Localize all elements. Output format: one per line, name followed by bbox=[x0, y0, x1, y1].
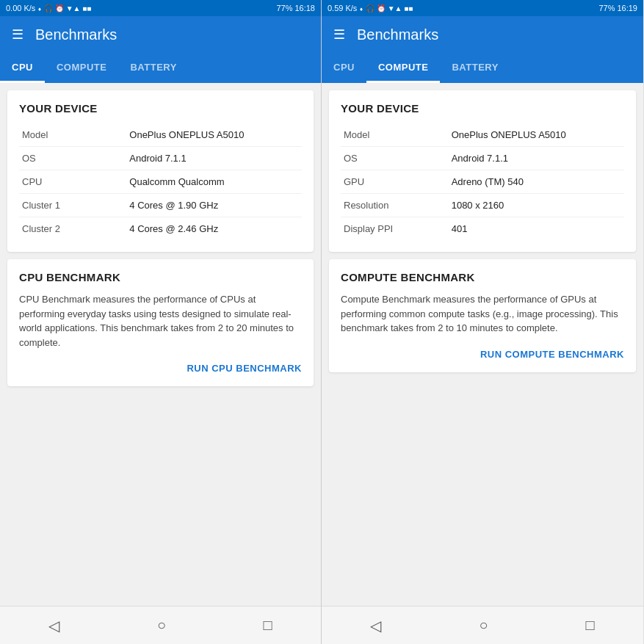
row-value: 4 Cores @ 1.90 GHz bbox=[126, 194, 302, 217]
row-value: 1080 x 2160 bbox=[449, 194, 624, 217]
table-row: Resolution 1080 x 2160 bbox=[341, 194, 624, 217]
tabs-bar: CPUCOMPUTEBATTERY bbox=[322, 53, 643, 83]
row-value: OnePlus ONEPLUS A5010 bbox=[449, 123, 624, 147]
content-area: YOUR DEVICE Model OnePlus ONEPLUS A5010 … bbox=[0, 83, 321, 606]
row-value: Android 7.1.1 bbox=[126, 147, 302, 170]
bottom-nav: ◁○□ bbox=[322, 606, 643, 644]
benchmark-description: CPU Benchmark measures the performance o… bbox=[19, 292, 302, 350]
row-key: GPU bbox=[341, 170, 449, 194]
tabs-bar: CPUCOMPUTEBATTERY bbox=[0, 53, 321, 83]
row-key: Cluster 1 bbox=[19, 194, 126, 217]
device-card-title: YOUR DEVICE bbox=[341, 102, 624, 115]
app-bar-title: Benchmarks bbox=[35, 26, 117, 43]
screens-wrapper: 0.00 K/s ⬧ 🎧 ⏰ ▼▲ ■■ 77% 16:18 ☰ Benchma… bbox=[0, 0, 644, 644]
row-key: Cluster 2 bbox=[19, 217, 126, 241]
status-bar-right: 77% 16:18 bbox=[276, 4, 315, 12]
status-bar-left: 0.59 K/s ⬧ 🎧 ⏰ ▼▲ ■■ bbox=[328, 4, 413, 12]
nav-btn-2[interactable]: □ bbox=[249, 611, 287, 640]
tab-battery[interactable]: BATTERY bbox=[118, 53, 188, 82]
benchmark-card-title: COMPUTE BENCHMARK bbox=[341, 271, 624, 283]
row-key: Resolution bbox=[341, 194, 449, 217]
nav-btn-2[interactable]: □ bbox=[571, 611, 609, 640]
benchmark-description: Compute Benchmark measures the performan… bbox=[341, 292, 624, 336]
table-row: Cluster 1 4 Cores @ 1.90 GHz bbox=[19, 194, 302, 217]
row-value: 4 Cores @ 2.46 GHz bbox=[126, 217, 302, 241]
row-value: Adreno (TM) 540 bbox=[449, 170, 624, 194]
table-row: CPU Qualcomm Qualcomm bbox=[19, 170, 302, 194]
benchmark-card-title: CPU BENCHMARK bbox=[19, 271, 302, 283]
network-speed: 0.00 K/s bbox=[6, 4, 35, 12]
battery-time: 77% 16:19 bbox=[598, 4, 637, 12]
device-table: Model OnePlus ONEPLUS A5010 OS Android 7… bbox=[19, 123, 302, 240]
tab-battery[interactable]: BATTERY bbox=[440, 53, 510, 82]
table-row: GPU Adreno (TM) 540 bbox=[341, 170, 624, 194]
status-bar: 0.00 K/s ⬧ 🎧 ⏰ ▼▲ ■■ 77% 16:18 bbox=[0, 0, 321, 16]
tab-cpu[interactable]: CPU bbox=[0, 53, 45, 82]
hamburger-menu[interactable]: ☰ bbox=[333, 26, 345, 43]
row-key: Model bbox=[19, 123, 126, 147]
row-key: Model bbox=[341, 123, 449, 147]
tab-compute[interactable]: COMPUTE bbox=[45, 53, 119, 82]
status-bar: 0.59 K/s ⬧ 🎧 ⏰ ▼▲ ■■ 77% 16:19 bbox=[322, 0, 643, 16]
status-icons: ⬧ 🎧 ⏰ ▼▲ ■■ bbox=[37, 4, 91, 12]
network-speed: 0.59 K/s bbox=[328, 4, 357, 12]
screen-right: 0.59 K/s ⬧ 🎧 ⏰ ▼▲ ■■ 77% 16:19 ☰ Benchma… bbox=[322, 0, 643, 644]
run-benchmark-label[interactable]: RUN COMPUTE BENCHMARK bbox=[480, 349, 624, 360]
device-card: YOUR DEVICE Model OnePlus ONEPLUS A5010 … bbox=[7, 90, 314, 252]
app-bar: ☰ Benchmarks bbox=[0, 16, 321, 53]
screen-left: 0.00 K/s ⬧ 🎧 ⏰ ▼▲ ■■ 77% 16:18 ☰ Benchma… bbox=[0, 0, 322, 644]
row-key: OS bbox=[19, 147, 126, 170]
table-row: Cluster 2 4 Cores @ 2.46 GHz bbox=[19, 217, 302, 241]
row-value: Qualcomm Qualcomm bbox=[126, 170, 302, 194]
benchmark-card: COMPUTE BENCHMARK Compute Benchmark meas… bbox=[329, 259, 636, 372]
benchmark-card: CPU BENCHMARK CPU Benchmark measures the… bbox=[7, 259, 314, 386]
run-benchmark-button[interactable]: RUN COMPUTE BENCHMARK bbox=[341, 347, 624, 361]
row-key: CPU bbox=[19, 170, 126, 194]
content-area: YOUR DEVICE Model OnePlus ONEPLUS A5010 … bbox=[322, 83, 643, 606]
device-card: YOUR DEVICE Model OnePlus ONEPLUS A5010 … bbox=[329, 90, 636, 252]
table-row: Model OnePlus ONEPLUS A5010 bbox=[19, 123, 302, 147]
device-table: Model OnePlus ONEPLUS A5010 OS Android 7… bbox=[341, 123, 624, 240]
run-benchmark-button[interactable]: RUN CPU BENCHMARK bbox=[19, 361, 302, 375]
row-value: 401 bbox=[449, 217, 624, 241]
nav-btn-0[interactable]: ◁ bbox=[34, 611, 74, 640]
status-icons: ⬧ 🎧 ⏰ ▼▲ ■■ bbox=[359, 4, 413, 12]
table-row: OS Android 7.1.1 bbox=[341, 147, 624, 170]
status-bar-right: 77% 16:19 bbox=[598, 4, 637, 12]
bottom-nav: ◁○□ bbox=[0, 606, 321, 644]
device-card-title: YOUR DEVICE bbox=[19, 102, 302, 115]
battery-time: 77% 16:18 bbox=[276, 4, 315, 12]
nav-btn-1[interactable]: ○ bbox=[142, 611, 181, 640]
run-benchmark-label[interactable]: RUN CPU BENCHMARK bbox=[187, 363, 302, 374]
row-key: OS bbox=[341, 147, 449, 170]
status-bar-left: 0.00 K/s ⬧ 🎧 ⏰ ▼▲ ■■ bbox=[6, 4, 91, 12]
table-row: OS Android 7.1.1 bbox=[19, 147, 302, 170]
table-row: Display PPI 401 bbox=[341, 217, 624, 241]
hamburger-menu[interactable]: ☰ bbox=[12, 26, 23, 43]
tab-cpu[interactable]: CPU bbox=[322, 53, 366, 82]
table-row: Model OnePlus ONEPLUS A5010 bbox=[341, 123, 624, 147]
row-value: OnePlus ONEPLUS A5010 bbox=[126, 123, 302, 147]
nav-btn-1[interactable]: ○ bbox=[464, 611, 502, 640]
row-key: Display PPI bbox=[341, 217, 449, 241]
tab-compute[interactable]: COMPUTE bbox=[366, 53, 441, 82]
app-bar: ☰ Benchmarks bbox=[322, 16, 643, 53]
row-value: Android 7.1.1 bbox=[449, 147, 624, 170]
app-bar-title: Benchmarks bbox=[357, 26, 438, 43]
nav-btn-0[interactable]: ◁ bbox=[355, 611, 396, 640]
